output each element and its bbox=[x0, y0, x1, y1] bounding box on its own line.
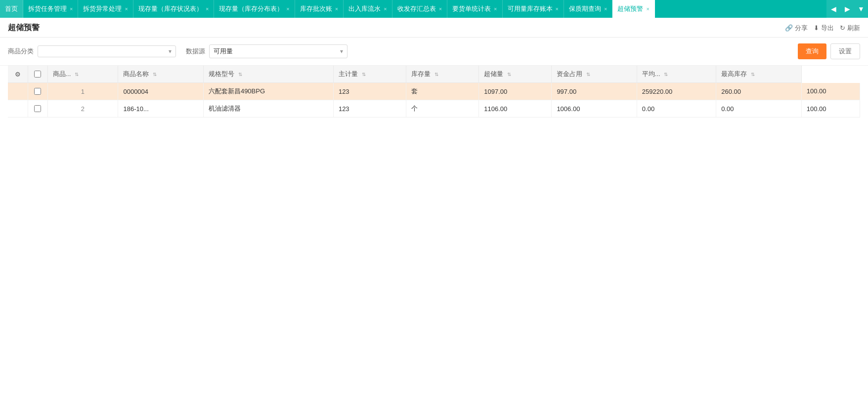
nav-label-available-account: 可用量库存账本 bbox=[508, 4, 553, 13]
nav-item-available-account[interactable]: 可用量库存账本 × bbox=[503, 0, 564, 18]
row-checkbox-cell bbox=[28, 83, 47, 100]
nav-label-inventory-dist: 现存量（库存分布表） bbox=[219, 4, 283, 13]
category-filter-group: 商品分类 ▾ bbox=[8, 45, 176, 57]
nav-label-batch-account: 库存批次账 bbox=[300, 4, 332, 13]
data-table: ⚙ 商品... ⇅ 商品名称 ⇅ 规格型号 bbox=[8, 66, 860, 118]
filter-actions: 查询 设置 bbox=[798, 43, 860, 59]
nav-arrow-right[interactable]: ▶ bbox=[840, 0, 854, 18]
row-settings-cell bbox=[8, 83, 28, 100]
overstock-header[interactable]: 超储量 ⇅ bbox=[479, 66, 552, 83]
share-button[interactable]: 🔗 分享 bbox=[785, 24, 808, 33]
query-button[interactable]: 查询 bbox=[798, 43, 826, 59]
nav-label-inventory-status: 现存量（库存状况表） bbox=[138, 4, 203, 13]
chevron-down-icon: ▾ bbox=[340, 48, 343, 55]
nav-label-home: 首页 bbox=[5, 4, 18, 13]
nav-item-home[interactable]: 首页 bbox=[0, 0, 23, 18]
row-checkbox-cell bbox=[28, 100, 47, 118]
close-icon[interactable]: × bbox=[646, 6, 649, 12]
nav-label-quality-period: 保质期查询 bbox=[569, 4, 601, 13]
stock-cell: 1106.00 bbox=[479, 100, 552, 118]
spec-header[interactable]: 规格型号 ⇅ bbox=[203, 66, 333, 83]
nav-label-order-stats: 要货单统计表 bbox=[452, 4, 491, 13]
row-settings-cell bbox=[8, 100, 28, 118]
max-stock-cell: 100.00 bbox=[801, 83, 860, 100]
product-code-cell: 186-10... bbox=[118, 100, 203, 118]
category-select[interactable]: ▾ bbox=[38, 45, 176, 57]
overstock-cell: 1006.00 bbox=[552, 100, 637, 118]
nav-arrows: ◀ ▶ ▼ bbox=[826, 0, 868, 18]
datasource-select[interactable]: 可用量 ▾ bbox=[209, 44, 347, 58]
product-name-cell: 机油滤清器 bbox=[203, 100, 333, 118]
overstock-cell: 997.00 bbox=[552, 83, 637, 100]
settings-button[interactable]: 设置 bbox=[830, 43, 860, 59]
settings-column-header: ⚙ bbox=[8, 66, 28, 83]
close-icon[interactable]: × bbox=[70, 6, 73, 12]
page-header: 超储预警 🔗 分享 ⬇ 导出 ↻ 刷新 bbox=[0, 18, 868, 38]
export-label: 导出 bbox=[821, 24, 834, 33]
nav-item-tuo-huo-task[interactable]: 拆货任务管理 × bbox=[23, 0, 78, 18]
row-checkbox[interactable] bbox=[34, 88, 41, 95]
sort-icon: ⇅ bbox=[751, 72, 755, 77]
spec-cell: 123 bbox=[333, 83, 406, 100]
nav-item-collect-summary[interactable]: 收发存汇总表 × bbox=[392, 0, 447, 18]
stock-header[interactable]: 库存量 ⇅ bbox=[406, 66, 479, 83]
nav-item-inout-flow[interactable]: 出入库流水 × bbox=[344, 0, 392, 18]
unit-header[interactable]: 主计量 ⇅ bbox=[333, 66, 406, 83]
nav-arrow-more[interactable]: ▼ bbox=[854, 0, 868, 18]
share-icon: 🔗 bbox=[785, 24, 793, 32]
sort-icon: ⇅ bbox=[153, 72, 157, 77]
select-all-checkbox[interactable] bbox=[34, 71, 41, 78]
refresh-button[interactable]: ↻ 刷新 bbox=[840, 24, 860, 33]
refresh-label: 刷新 bbox=[847, 24, 860, 33]
settings-icon[interactable]: ⚙ bbox=[15, 71, 21, 78]
capital-header[interactable]: 资金占用 ⇅ bbox=[552, 66, 637, 83]
close-icon[interactable]: × bbox=[556, 6, 559, 12]
row-number: 2 bbox=[47, 100, 118, 118]
table-container: ⚙ 商品... ⇅ 商品名称 ⇅ 规格型号 bbox=[0, 66, 868, 118]
close-icon[interactable]: × bbox=[206, 6, 209, 12]
avg-header[interactable]: 平均... ⇅ bbox=[637, 66, 716, 83]
nav-label-inout-flow: 出入库流水 bbox=[348, 4, 381, 13]
category-filter-label: 商品分类 bbox=[8, 47, 34, 56]
nav-label-collect-summary: 收发存汇总表 bbox=[397, 4, 436, 13]
product-name-header[interactable]: 商品名称 ⇅ bbox=[118, 66, 203, 83]
close-icon[interactable]: × bbox=[384, 6, 387, 12]
stock-cell: 1097.00 bbox=[479, 83, 552, 100]
nav-arrow-left[interactable]: ◀ bbox=[826, 0, 840, 18]
nav-item-inventory-dist[interactable]: 现存量（库存分布表） × bbox=[214, 0, 295, 18]
nav-label-tuo-huo-task: 拆货任务管理 bbox=[28, 4, 67, 13]
close-icon[interactable]: × bbox=[286, 6, 289, 12]
table-header-row: ⚙ 商品... ⇅ 商品名称 ⇅ 规格型号 bbox=[8, 66, 860, 83]
export-icon: ⬇ bbox=[814, 24, 819, 32]
close-icon[interactable]: × bbox=[604, 6, 607, 12]
sort-icon: ⇅ bbox=[238, 72, 242, 77]
row-checkbox[interactable] bbox=[34, 105, 41, 112]
max-stock-header[interactable]: 最高库存 ⇅ bbox=[716, 66, 801, 83]
datasource-filter-group: 数据源 可用量 ▾ bbox=[186, 44, 347, 58]
table-row: 2 186-10... 机油滤清器 123 个 1106.00 1006.00 … bbox=[8, 100, 860, 118]
close-icon[interactable]: × bbox=[335, 6, 338, 12]
capital-cell: 259220.00 bbox=[637, 83, 716, 100]
close-icon[interactable]: × bbox=[439, 6, 442, 12]
nav-item-quality-period[interactable]: 保质期查询 × bbox=[564, 0, 612, 18]
nav-item-overstock-warning[interactable]: 超储预警 × bbox=[612, 0, 654, 18]
page-title: 超储预警 bbox=[8, 23, 40, 33]
nav-item-inventory-status[interactable]: 现存量（库存状况表） × bbox=[133, 0, 214, 18]
refresh-icon: ↻ bbox=[840, 24, 845, 32]
nav-label-tuo-huo-exception: 拆货异常处理 bbox=[83, 4, 122, 13]
nav-item-tuo-huo-exception[interactable]: 拆货异常处理 × bbox=[78, 0, 133, 18]
export-button[interactable]: ⬇ 导出 bbox=[814, 24, 834, 33]
chevron-down-icon: ▾ bbox=[169, 48, 172, 55]
product-code-cell: 0000004 bbox=[118, 83, 203, 100]
product-code-header[interactable]: 商品... ⇅ bbox=[47, 66, 118, 83]
sort-icon: ⇅ bbox=[75, 72, 79, 77]
capital-cell: 0.00 bbox=[637, 100, 716, 118]
nav-item-batch-account[interactable]: 库存批次账 × bbox=[295, 0, 344, 18]
top-navigation: 首页 拆货任务管理 × 拆货异常处理 × 现存量（库存状况表） × 现存量（库存… bbox=[0, 0, 868, 18]
checkbox-column-header bbox=[28, 66, 47, 83]
sort-icon: ⇅ bbox=[586, 72, 590, 77]
spec-cell: 123 bbox=[333, 100, 406, 118]
close-icon[interactable]: × bbox=[125, 6, 128, 12]
nav-item-order-stats[interactable]: 要货单统计表 × bbox=[447, 0, 502, 18]
close-icon[interactable]: × bbox=[494, 6, 497, 12]
